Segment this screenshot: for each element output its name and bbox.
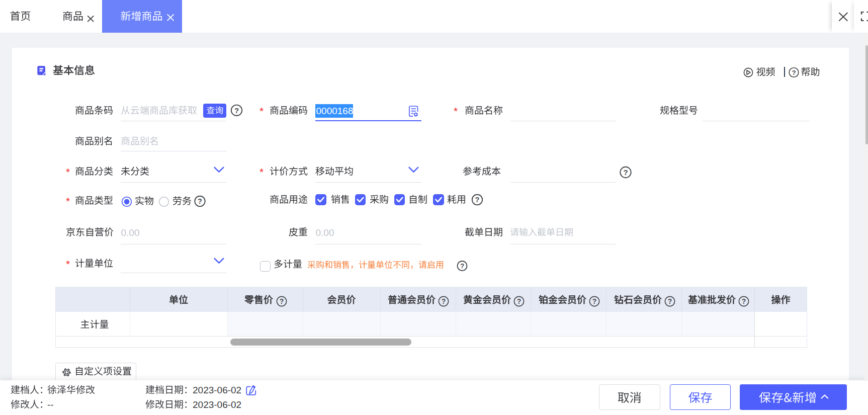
svg-text:*: * [66, 166, 70, 178]
svg-text:*: * [454, 105, 458, 117]
svg-text:*: * [66, 195, 70, 207]
svg-text:*: * [259, 166, 264, 178]
svg-text:*: * [66, 258, 70, 270]
svg-text:*: * [259, 105, 264, 117]
